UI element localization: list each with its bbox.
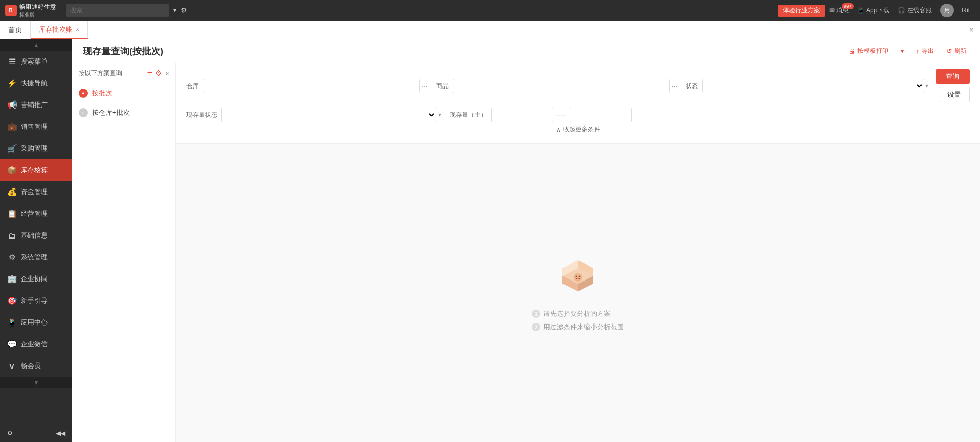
left-panel-header-label: 按以下方案查询	[79, 69, 122, 78]
search-dropdown-icon[interactable]: ▾	[173, 7, 176, 14]
tabbar: 首页 库存批次账 × ×	[0, 21, 980, 39]
refresh-btn[interactable]: ↺ 刷新	[943, 45, 970, 57]
print-dropdown-icon: ▾	[901, 48, 904, 55]
topbar-gear-icon[interactable]: ⚙	[181, 6, 187, 14]
warehouse-dots[interactable]: ···	[420, 82, 430, 90]
by-batch-icon: ●	[79, 89, 88, 98]
app-download-action[interactable]: 📱 App下载	[857, 6, 889, 15]
status-select[interactable]	[702, 79, 924, 93]
app-download-icon: 📱	[857, 7, 865, 14]
refresh-icon: ↺	[946, 47, 952, 55]
left-panel-add-icon[interactable]: +	[147, 68, 152, 78]
sidebar-item-operations[interactable]: 📋 经营管理	[0, 203, 72, 225]
stock-status-dropdown-icon[interactable]: ▾	[436, 111, 443, 119]
product-filter: 商品 ···	[436, 79, 680, 93]
sidebar-item-system-label: 系统管理	[21, 253, 48, 262]
inventory-icon: 📦	[7, 166, 17, 175]
sidebar-collapse-icon: ◀◀	[56, 430, 65, 437]
left-panel-collapse-icon[interactable]: «	[165, 69, 169, 77]
left-panel-item-by-batch-label: 按批次	[92, 89, 112, 98]
sidebar-item-purchase[interactable]: 🛒 采购管理	[0, 138, 72, 159]
product-input[interactable]	[453, 79, 670, 93]
stock-status-select[interactable]: 全部 有库存 无库存	[221, 108, 436, 122]
messages-action[interactable]: ✉ 消息 99+	[829, 6, 849, 15]
tab-home[interactable]: 首页	[0, 21, 31, 39]
stock-status-label: 现存量状态	[186, 111, 217, 120]
finance-icon: 💰	[7, 187, 17, 197]
sidebar-item-marketing[interactable]: 📢 营销推广	[0, 94, 72, 116]
left-panel-item-by-warehouse-batch[interactable]: ○ 按仓库+批次	[72, 103, 175, 123]
stock-qty-min-input[interactable]	[491, 108, 553, 122]
refresh-label: 刷新	[954, 47, 967, 55]
sidebar-item-enterprise[interactable]: 🏢 企业协同	[0, 268, 72, 290]
filter-content-layout: 按以下方案查询 + ⚙ « ● 按批次 ○	[72, 63, 980, 442]
system-icon: ⚙	[7, 253, 17, 262]
left-panel-item-by-warehouse-batch-label: 按仓库+批次	[92, 108, 130, 117]
topbar-search-box[interactable]	[66, 4, 169, 17]
stock-qty-dash: —	[557, 110, 566, 120]
print-btn[interactable]: 🖨 按模板打印	[845, 45, 892, 57]
query-button[interactable]: 查询	[936, 69, 970, 84]
sidebar-item-quick-nav[interactable]: ⚡ 快捷导航	[0, 72, 72, 94]
stock-status-filter: 现存量状态 全部 有库存 无库存 ▾	[186, 108, 443, 122]
warehouse-input-wrap	[203, 79, 420, 93]
experience-btn[interactable]: 体验行业方案	[778, 5, 825, 17]
sidebar-item-basics-label: 基础信息	[21, 231, 48, 240]
svg-point-7	[579, 276, 581, 277]
export-label: 导出	[922, 47, 934, 55]
newbie-icon: 🎯	[7, 296, 17, 305]
print-dropdown-btn[interactable]: ▾	[898, 46, 907, 57]
sidebar-item-apps[interactable]: 📱 应用中心	[0, 312, 72, 333]
operations-icon: 📋	[7, 209, 17, 218]
status-more-icon[interactable]: ▾	[924, 82, 929, 90]
status-filter: 状态 ▾	[686, 79, 929, 93]
search-input[interactable]	[70, 7, 165, 14]
filter-panel: 仓库 ··· 商品 ···	[176, 63, 980, 144]
product-dots[interactable]: ···	[670, 82, 680, 90]
sidebar-scroll-up[interactable]: ▲	[0, 39, 72, 51]
tab-inventory-batch-close[interactable]: ×	[76, 26, 79, 33]
sidebar-item-vip-label: 畅会员	[21, 361, 41, 371]
online-service-action[interactable]: 🎧 在线客服	[898, 6, 932, 15]
svg-point-5	[574, 273, 582, 282]
user-avatar[interactable]: 用	[940, 4, 954, 17]
main-right-content: 仓库 ··· 商品 ···	[176, 63, 980, 442]
step-1-num: 1	[532, 310, 540, 318]
left-panel-item-by-batch[interactable]: ● 按批次	[72, 83, 175, 103]
messages-badge: 99+	[842, 3, 854, 9]
sidebar-item-basics[interactable]: 🗂 基础信息	[0, 225, 72, 246]
settings-button[interactable]: 设置	[939, 87, 970, 102]
warehouse-filter: 仓库 ···	[186, 79, 430, 93]
panel-close-btn[interactable]: ×	[963, 25, 980, 35]
export-btn[interactable]: ↑ 导出	[913, 45, 938, 57]
svg-point-6	[576, 276, 577, 277]
tab-inventory-batch[interactable]: 库存批次账 ×	[31, 21, 88, 39]
sidebar-item-sales[interactable]: 💼 销售管理	[0, 116, 72, 138]
sidebar-item-finance[interactable]: 💰 资金管理	[0, 181, 72, 203]
sidebar-item-wechat[interactable]: 💬 企业微信	[0, 333, 72, 355]
filter-row-1: 仓库 ··· 商品 ···	[186, 69, 970, 102]
collapse-filters-btn[interactable]: ∧ 收起更多条件	[186, 122, 970, 137]
stock-qty-max-input[interactable]	[570, 108, 632, 122]
search-menu-icon: ☰	[7, 57, 17, 66]
wechat-icon: 💬	[7, 340, 17, 349]
left-panel-header: 按以下方案查询 + ⚙ «	[72, 63, 175, 83]
empty-state: 1 请先选择要分析的方案 2 用过滤条件来缩小分析范围	[532, 250, 624, 336]
sidebar-settings-btn[interactable]: ⚙	[0, 424, 20, 442]
sidebar-item-system[interactable]: ⚙ 系统管理	[0, 246, 72, 268]
sidebar-item-inventory[interactable]: 📦 库存核算	[0, 159, 72, 181]
sidebar-item-newbie[interactable]: 🎯 新手引导	[0, 290, 72, 312]
sidebar-collapse-btn[interactable]: ◀◀	[49, 424, 72, 442]
warehouse-input[interactable]	[203, 79, 420, 93]
content-area: 现存量查询(按批次) 🖨 按模板打印 ▾ ↑ 导出 ↺ 刷新	[72, 39, 980, 442]
message-icon: ✉	[829, 7, 835, 14]
main-layout: ▲ ☰ 搜索菜单 ⚡ 快捷导航 📢 营销推广 💼 销售管理 🛒 采购管理 📦 库…	[0, 39, 980, 442]
sidebar-scroll-down[interactable]: ▼	[0, 377, 72, 388]
topbar-actions: ✉ 消息 99+ 📱 App下载 🎧 在线客服 用 Rit	[829, 4, 970, 17]
print-label: 按模板打印	[857, 47, 888, 55]
sidebar-item-vip[interactable]: V 畅会员	[0, 355, 72, 377]
step-1-text: 请先选择要分析的方案	[543, 309, 611, 318]
app-logo: B 畅康通好生意 标准版	[5, 3, 56, 19]
sidebar-item-search-menu[interactable]: ☰ 搜索菜单	[0, 51, 72, 72]
left-panel-settings-icon[interactable]: ⚙	[155, 69, 162, 77]
